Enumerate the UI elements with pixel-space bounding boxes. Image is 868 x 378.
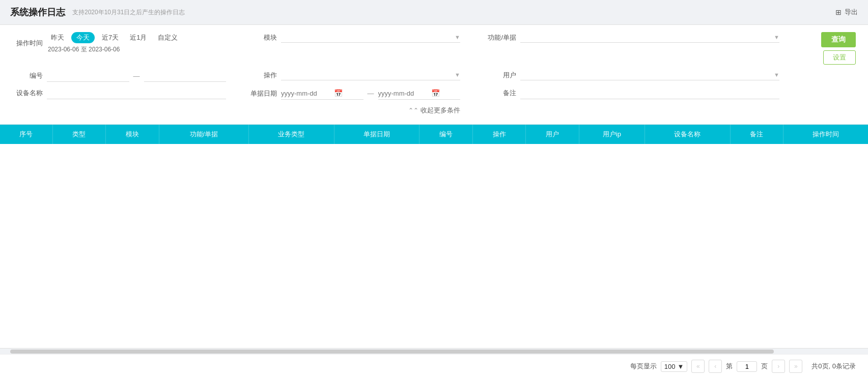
operation-label: 操作 [246, 71, 277, 80]
col-user-ip: 用户ip [579, 125, 645, 144]
function-label: 功能/单据 [481, 33, 516, 42]
collapse-label: 收起更多条件 [421, 106, 460, 115]
next-page-button[interactable]: › [772, 360, 785, 373]
per-page-value: 100 [664, 363, 676, 370]
code-input-end[interactable] [144, 70, 227, 82]
voucher-date-start[interactable] [281, 90, 332, 97]
col-voucher-date: 单据日期 [334, 125, 419, 144]
page-label: 第 [726, 362, 733, 371]
function-select[interactable]: ▼ [520, 32, 779, 43]
export-icon: ⊞ [835, 8, 842, 16]
code-label: 编号 [12, 71, 43, 80]
remark-filter-col: 备注 [481, 87, 779, 99]
function-chevron-icon: ▼ [774, 34, 779, 40]
page-unit: 页 [761, 362, 768, 371]
operation-chevron-icon: ▼ [455, 72, 460, 78]
user-label: 用户 [481, 71, 516, 80]
col-op-time: 操作时间 [783, 125, 868, 144]
code-input-start[interactable] [47, 70, 129, 82]
col-index: 序号 [0, 125, 52, 144]
device-filter-col: 设备名称 [12, 87, 226, 99]
time-range-display: 2023-06-06 至 2023-06-06 [47, 45, 182, 54]
time-btn-7days[interactable]: 近7天 [98, 32, 123, 43]
voucher-date-end-wrap: 📅 [378, 87, 461, 100]
data-table: 序号 类型 模块 功能/单据 业务类型 单据日期 编号 操作 用户 用户ip 设… [0, 125, 868, 144]
device-input[interactable] [47, 87, 226, 99]
time-label: 操作时间 [12, 39, 43, 48]
module-select[interactable]: ▼ [281, 32, 460, 43]
voucher-date-start-wrap: 📅 [281, 87, 363, 100]
per-page-select[interactable]: 100 ▼ [661, 361, 688, 372]
col-device: 设备名称 [645, 125, 730, 144]
collapse-button[interactable]: ⌃⌃ 收起更多条件 [402, 104, 466, 117]
time-buttons: 昨天 今天 近7天 近1月 自定义 [47, 32, 182, 43]
col-type: 类型 [52, 125, 105, 144]
export-button[interactable]: ⊞ 导出 [835, 8, 858, 17]
remark-input[interactable] [520, 87, 779, 99]
operation-filter-col: 操作 ▼ [246, 70, 460, 80]
calendar-end-icon[interactable]: 📅 [431, 89, 440, 97]
filter-row-3: 设备名称 单据日期 📅 — 📅 备注 [12, 87, 856, 100]
table-wrap: 序号 类型 模块 功能/单据 业务类型 单据日期 编号 操作 用户 用户ip 设… [0, 125, 868, 348]
device-label: 设备名称 [12, 89, 43, 98]
time-filter-group: 昨天 今天 近7天 近1月 自定义 2023-06-06 至 2023-06-0… [47, 32, 182, 54]
prev-page-button[interactable]: ‹ [709, 360, 722, 373]
time-btn-custom[interactable]: 自定义 [154, 32, 182, 43]
col-remark: 备注 [730, 125, 783, 144]
module-label: 模块 [246, 33, 277, 42]
col-code: 编号 [419, 125, 472, 144]
per-page-chevron-icon: ▼ [677, 363, 684, 370]
voucher-date-filter-col: 单据日期 📅 — 📅 [246, 87, 460, 100]
export-label: 导出 [845, 8, 858, 17]
module-chevron-icon: ▼ [455, 34, 460, 40]
page-input[interactable] [737, 361, 757, 372]
empty-area [0, 144, 868, 317]
module-filter-col: 模块 ▼ [246, 32, 460, 43]
code-filter-col: 编号 — [12, 70, 226, 82]
voucher-date-label: 单据日期 [246, 89, 277, 98]
first-page-button[interactable]: « [691, 360, 705, 373]
time-btn-1month[interactable]: 近1月 [126, 32, 151, 43]
col-function: 功能/单据 [159, 125, 248, 144]
user-select[interactable]: ▼ [520, 70, 779, 80]
col-biz-type: 业务类型 [249, 125, 334, 144]
col-user: 用户 [526, 125, 579, 144]
horizontal-scrollbar[interactable] [10, 350, 774, 354]
voucher-date-end[interactable] [378, 90, 429, 97]
remark-label: 备注 [481, 89, 516, 98]
col-module: 模块 [106, 125, 159, 144]
query-button[interactable]: 查询 [821, 32, 856, 47]
scrollbar-area[interactable] [0, 348, 868, 354]
user-filter-col: 用户 ▼ [481, 70, 779, 80]
collapse-icon: ⌃⌃ [408, 107, 418, 114]
time-btn-today[interactable]: 今天 [71, 32, 95, 43]
page-header: 系统操作日志 支持2020年10月31日之后产生的操作日志 ⊞ 导出 [0, 0, 868, 25]
col-operation: 操作 [472, 125, 525, 144]
action-buttons-col: 查询 设置 [795, 32, 856, 65]
last-page-button[interactable]: » [789, 360, 802, 373]
page-total: 共0页, 0条记录 [811, 362, 856, 371]
user-chevron-icon: ▼ [774, 72, 779, 78]
pagination: 每页显示 100 ▼ « ‹ 第 页 › » 共0页, 0条记录 [0, 354, 868, 378]
operation-select[interactable]: ▼ [281, 70, 460, 80]
calendar-start-icon[interactable]: 📅 [334, 89, 343, 97]
function-filter-col: 功能/单据 ▼ [481, 32, 779, 43]
per-page-label: 每页显示 [630, 362, 657, 371]
collapse-row: ⌃⌃ 收起更多条件 [12, 104, 856, 117]
table-header-row: 序号 类型 模块 功能/单据 业务类型 单据日期 编号 操作 用户 用户ip 设… [0, 125, 868, 144]
filter-row-1: 操作时间 昨天 今天 近7天 近1月 自定义 2023-06-06 至 2023… [12, 32, 856, 65]
setting-button[interactable]: 设置 [823, 50, 856, 65]
table-header: 序号 类型 模块 功能/单据 业务类型 单据日期 编号 操作 用户 用户ip 设… [0, 125, 868, 144]
page-subtitle: 支持2020年10月31日之后产生的操作日志 [72, 8, 185, 17]
filter-row-2: 编号 — 操作 ▼ 用户 ▼ [12, 70, 856, 82]
page-title: 系统操作日志 [10, 6, 65, 18]
filter-area: 操作时间 昨天 今天 近7天 近1月 自定义 2023-06-06 至 2023… [0, 25, 868, 125]
time-btn-yesterday[interactable]: 昨天 [47, 32, 68, 43]
time-filter-col: 操作时间 昨天 今天 近7天 近1月 自定义 2023-06-06 至 2023… [12, 32, 226, 54]
